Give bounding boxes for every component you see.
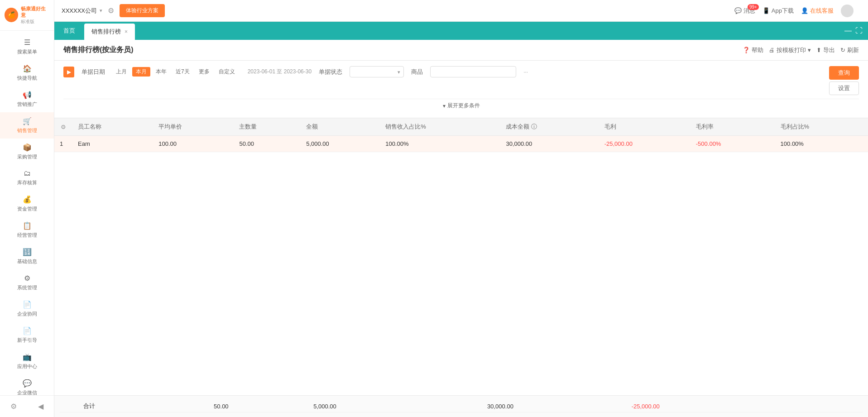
system-icon: ⚙ bbox=[24, 274, 30, 283]
search-order-icon: ☰ bbox=[24, 38, 30, 47]
sidebar-item-app-center[interactable]: 📺 应用中心 bbox=[0, 348, 54, 374]
tab-minimize-button[interactable]: — bbox=[844, 27, 852, 35]
cell-cost: 30,000.00 bbox=[500, 136, 599, 152]
refresh-icon: ↻ bbox=[840, 47, 845, 53]
sidebar-item-purchase[interactable]: 📦 采购管理 bbox=[0, 139, 54, 165]
message-icon: 💬 bbox=[734, 7, 742, 14]
message-button[interactable]: 💬 消息 99+ bbox=[734, 7, 755, 15]
message-badge: 99+ bbox=[748, 4, 759, 10]
help-icon: ❓ bbox=[743, 47, 750, 53]
sidebar-item-marketing[interactable]: 📢 营销推广 bbox=[0, 86, 54, 112]
online-service-button[interactable]: 👤 在线客服 bbox=[801, 7, 834, 15]
filter-toggle-button[interactable]: ▶ bbox=[63, 67, 74, 77]
filter-expand-row: ▾ 展开更多条件 bbox=[63, 99, 859, 112]
date-range-display: 2023-06-01 至 2023-06-30 bbox=[248, 68, 312, 76]
sidebar: 🍊 畅康通好生意 标准版 ☰ 搜索菜单 🏠 快捷导航 📢 营销推广 🛒 销售管理… bbox=[0, 0, 54, 417]
topbar-right: 💬 消息 99+ 📱 App下载 👤 在线客服 bbox=[734, 5, 861, 17]
sidebar-item-enterprise-wechat[interactable]: 💬 企业微信 bbox=[0, 374, 54, 395]
tab-home[interactable]: 首页 bbox=[54, 22, 84, 40]
app-download-icon: 📱 bbox=[762, 7, 770, 14]
refresh-button[interactable]: ↻ 刷新 bbox=[840, 46, 859, 54]
sidebar-collapse-button[interactable]: ◀ bbox=[34, 400, 47, 412]
sidebar-item-label: 经营管理 bbox=[17, 232, 37, 239]
tabbar: 首页 销售排行榜 × — ⛶ bbox=[54, 22, 868, 40]
date-tab-7days[interactable]: 近7天 bbox=[172, 67, 193, 77]
cell-sales-pct: 100.00% bbox=[380, 136, 500, 152]
settings-small-button[interactable]: 设置 bbox=[829, 81, 859, 95]
footer-main-qty: 50.00 bbox=[208, 400, 308, 412]
sidebar-item-operation[interactable]: 📋 经营管理 bbox=[0, 217, 54, 243]
cell-rank: 1 bbox=[54, 136, 72, 152]
sidebar-item-label: 企业微信 bbox=[17, 389, 37, 395]
status-label: 单据状态 bbox=[319, 68, 342, 76]
trial-button[interactable]: 体验行业方案 bbox=[120, 4, 165, 17]
sidebar-item-label: 搜索菜单 bbox=[17, 48, 37, 55]
sidebar-item-label: 企业协同 bbox=[17, 311, 37, 317]
date-tabs: 上月 本月 本年 近7天 更多 自定义 bbox=[112, 67, 239, 77]
tab-home-label: 首页 bbox=[63, 27, 75, 35]
basic-icon: 🔢 bbox=[23, 248, 32, 256]
app-download-button[interactable]: 📱 App下载 bbox=[762, 7, 794, 15]
date-tab-this-year[interactable]: 本年 bbox=[152, 67, 170, 77]
date-tab-custom[interactable]: 自定义 bbox=[215, 67, 239, 77]
tab-label: 销售排行榜 bbox=[91, 28, 121, 36]
sidebar-item-label: 营销推广 bbox=[17, 101, 37, 108]
tab-maximize-button[interactable]: ⛶ bbox=[855, 27, 863, 35]
export-button[interactable]: ⬆ 导出 bbox=[816, 46, 835, 54]
date-label: 单据日期 bbox=[82, 68, 105, 76]
sidebar-logo: 🍊 畅康通好生意 标准版 bbox=[0, 0, 54, 31]
sidebar-item-new-guide[interactable]: 📄 新手引导 bbox=[0, 322, 54, 348]
col-header-settings[interactable]: ⚙ bbox=[54, 118, 72, 136]
footer-sales-pct bbox=[440, 400, 482, 412]
filter-bar: ▶ 单据日期 上月 本月 本年 近7天 更多 自定义 2023-06-01 至 bbox=[54, 61, 868, 118]
sidebar-item-sales[interactable]: 🛒 销售管理 bbox=[0, 112, 54, 139]
company-dropdown-icon: ▾ bbox=[100, 8, 102, 14]
sidebar-item-basic[interactable]: 🔢 基础信息 bbox=[0, 243, 54, 269]
enterprise-wechat-icon: 💬 bbox=[23, 379, 32, 388]
page-actions: ❓ 帮助 🖨 按模板打印 ▾ ⬆ 导出 ↻ 刷新 bbox=[743, 46, 859, 54]
tab-right-actions: — ⛶ bbox=[839, 22, 868, 40]
online-service-label: 在线客服 bbox=[810, 7, 834, 15]
cell-gross: -25,000.00 bbox=[599, 136, 691, 152]
sidebar-item-label: 应用中心 bbox=[17, 363, 37, 370]
help-button[interactable]: ❓ 帮助 bbox=[743, 46, 763, 54]
sidebar-item-finance[interactable]: 💰 资金管理 bbox=[0, 191, 54, 217]
expand-button[interactable]: ▾ 展开更多条件 bbox=[443, 102, 480, 110]
col-header-avg-price: 平均单价 bbox=[153, 118, 234, 136]
tab-sales-ranking[interactable]: 销售排行榜 × bbox=[84, 24, 135, 40]
export-icon: ⬆ bbox=[816, 47, 821, 53]
home-icon: 🏠 bbox=[23, 64, 32, 73]
sales-icon: 🛒 bbox=[23, 117, 32, 125]
goods-more-icon[interactable]: ··· bbox=[523, 69, 528, 75]
expand-icon: ▾ bbox=[443, 103, 446, 109]
date-tab-more[interactable]: 更多 bbox=[195, 67, 213, 77]
sidebar-item-label: 库存核算 bbox=[17, 179, 37, 186]
status-select-wrapper bbox=[350, 66, 404, 77]
sidebar-footer: ⚙ ◀ bbox=[0, 395, 54, 417]
sidebar-item-system[interactable]: ⚙ 系统管理 bbox=[0, 269, 54, 296]
sidebar-item-search-order[interactable]: ☰ 搜索菜单 bbox=[0, 34, 54, 60]
table-header-row: ⚙ 员工名称 平均单价 主数量 全额 bbox=[54, 118, 868, 136]
col-header-name: 员工名称 bbox=[72, 118, 153, 136]
table-row: 1 Eam 100.00 50.00 5,000.00 100.00% 30,0… bbox=[54, 136, 868, 152]
footer-gross-pct bbox=[820, 400, 863, 412]
date-tab-last-month[interactable]: 上月 bbox=[112, 67, 130, 77]
company-selector[interactable]: XXXXXX公司 ▾ bbox=[62, 7, 102, 15]
sidebar-item-enterprise-coop[interactable]: 📄 企业协同 bbox=[0, 296, 54, 322]
footer-cell-empty1 bbox=[60, 400, 78, 412]
print-button[interactable]: 🖨 按模板打印 ▾ bbox=[769, 46, 811, 54]
sidebar-item-label: 资金管理 bbox=[17, 206, 37, 212]
logo-text: 畅康通好生意 bbox=[21, 5, 49, 19]
status-select[interactable] bbox=[350, 66, 404, 77]
sidebar-item-inventory[interactable]: 🗂 库存核算 bbox=[0, 165, 54, 191]
sidebar-settings-button[interactable]: ⚙ bbox=[7, 400, 20, 412]
sidebar-item-quick-nav[interactable]: 🏠 快捷导航 bbox=[0, 60, 54, 86]
goods-input[interactable] bbox=[430, 66, 516, 77]
topbar-settings-icon[interactable]: ⚙ bbox=[108, 6, 114, 15]
query-button[interactable]: 查询 bbox=[829, 66, 859, 80]
tab-close-icon[interactable]: × bbox=[125, 29, 128, 35]
page-title: 销售排行榜(按业务员) bbox=[63, 45, 134, 55]
date-tab-this-month[interactable]: 本月 bbox=[132, 67, 150, 77]
user-avatar[interactable] bbox=[841, 5, 854, 17]
filter-row: ▶ 单据日期 上月 本月 本年 近7天 更多 自定义 2023-06-01 至 bbox=[63, 66, 822, 77]
